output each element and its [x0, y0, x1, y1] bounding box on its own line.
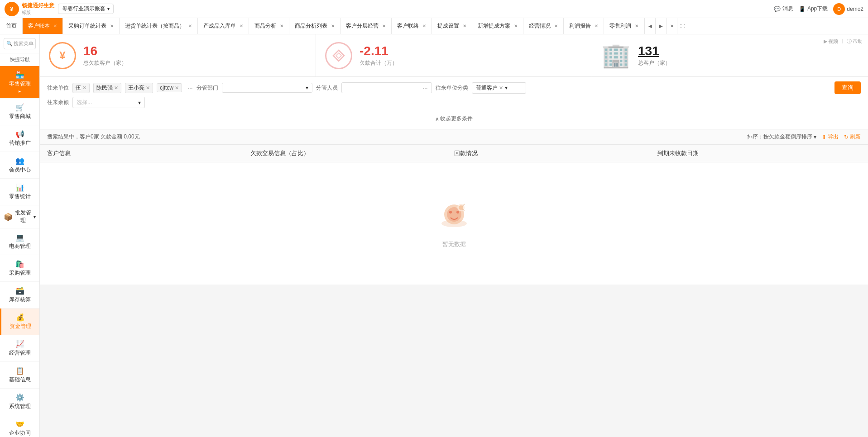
- filter-tag-wu[interactable]: 伍 ✕: [72, 83, 90, 93]
- sidebar-item-enterprise-collab[interactable]: 🤝 企业协同: [0, 415, 39, 437]
- nav-expand-icon[interactable]: ⛶: [677, 18, 688, 34]
- dept-select[interactable]: ▾: [222, 83, 312, 93]
- refresh-button[interactable]: ↻ 刷新: [844, 133, 861, 141]
- collapse-bar: ∧ 收起更多条件: [47, 111, 861, 124]
- tab-purchase-order[interactable]: 采购订单统计表 ✕: [63, 18, 120, 34]
- sidebar-quick-nav[interactable]: 快捷导航: [0, 53, 39, 66]
- close-icon[interactable]: ✕: [240, 24, 243, 28]
- filter-row-2: 往来余额 选择... ▾: [47, 97, 861, 108]
- remove-icon[interactable]: ✕: [146, 85, 150, 91]
- tab-retail-profit[interactable]: 零售利润 ✕: [604, 18, 644, 34]
- remove-icon[interactable]: ✕: [499, 85, 503, 91]
- close-icon[interactable]: ✕: [514, 24, 518, 28]
- sidebar-item-ecommerce[interactable]: 💻 电商管理: [0, 228, 39, 255]
- divider: |: [842, 38, 843, 45]
- tab-home[interactable]: 首页: [0, 18, 23, 34]
- close-icon[interactable]: ✕: [382, 24, 386, 28]
- logo-text: 畅捷通好生意: [22, 2, 54, 10]
- sidebar-item-purchase[interactable]: 🛍️ 采购管理: [0, 255, 39, 282]
- close-icon[interactable]: ✕: [331, 24, 335, 28]
- filter-tag-wang[interactable]: 王小亮 ✕: [125, 83, 153, 93]
- member-icon: 👥: [15, 157, 24, 165]
- export-button[interactable]: ⬆ 导出: [822, 133, 839, 141]
- sidebar-item-marketing[interactable]: 📢 营销推广: [0, 125, 39, 152]
- sidebar-item-inventory[interactable]: 🗃️ 库存核算: [0, 282, 39, 309]
- tab-operation[interactable]: 经营情况 ✕: [523, 18, 564, 34]
- sidebar-item-basic-info[interactable]: 📋 基础信息: [0, 362, 39, 389]
- filter-area: 往来单位 伍 ✕ 陈民强 ✕ 王小亮 ✕ cjttcw ✕ ···: [40, 77, 868, 129]
- sidebar-item-finance[interactable]: 💰 资金管理: [0, 309, 39, 335]
- message-button[interactable]: 💬 消息: [774, 5, 793, 13]
- sidebar-item-retail-mall[interactable]: 🛒 零售商城: [0, 99, 39, 125]
- close-icon[interactable]: ✕: [422, 24, 426, 28]
- user-menu[interactable]: D demo2: [833, 3, 863, 15]
- remove-icon[interactable]: ✕: [82, 85, 86, 91]
- sidebar-item-system[interactable]: ⚙️ 系统管理: [0, 389, 39, 415]
- remove-icon[interactable]: ✕: [114, 85, 118, 91]
- balance-select[interactable]: 选择... ▾: [72, 97, 145, 108]
- finance-icon: 💰: [16, 313, 25, 322]
- nav-close-all[interactable]: ✕: [666, 18, 677, 34]
- person-more[interactable]: ···: [422, 84, 428, 91]
- tag-text: 王小亮: [128, 84, 144, 92]
- nav-prev-arrow[interactable]: ◀: [644, 18, 655, 34]
- sidebar-item-label: 零售商城: [9, 113, 31, 120]
- chevron-down-icon: ▾: [34, 214, 36, 219]
- tab-stock-in[interactable]: 进货单统计表（按商品） ✕: [120, 18, 198, 34]
- tab-customer-account[interactable]: 客户账本 ✕: [23, 18, 63, 34]
- close-icon[interactable]: ✕: [110, 24, 114, 28]
- close-icon[interactable]: ✕: [53, 24, 57, 28]
- play-icon: ▶: [824, 38, 827, 44]
- close-icon[interactable]: ✕: [463, 24, 466, 28]
- tab-customer-contact[interactable]: 客户联络 ✕: [392, 18, 432, 34]
- unit-class-tag[interactable]: 普通客户 ✕: [476, 84, 503, 92]
- empty-text: 暂无数据: [442, 240, 466, 248]
- close-icon[interactable]: ✕: [554, 24, 558, 28]
- tab-product-stock[interactable]: 产成品入库单 ✕: [198, 18, 249, 34]
- video-link[interactable]: ▶ 视频: [824, 38, 838, 45]
- message-label: 消息: [782, 5, 793, 13]
- sort-select[interactable]: 排序：按欠款金额倒序排序 ▾: [747, 133, 816, 141]
- tab-product-analysis[interactable]: 商品分析 ✕: [249, 18, 289, 34]
- avatar: D: [833, 3, 845, 15]
- tab-label: 采购订单统计表: [68, 22, 106, 30]
- sidebar-item-retail-management[interactable]: 🏪 零售管理 ▸: [0, 66, 39, 99]
- sidebar-item-label: 基础信息: [9, 376, 31, 384]
- home-label: 首页: [6, 22, 17, 30]
- more-tags-button[interactable]: ···: [187, 84, 193, 91]
- close-icon[interactable]: ✕: [635, 24, 638, 28]
- filter-tag-cjttcw[interactable]: cjttcw ✕: [157, 83, 182, 92]
- remove-icon[interactable]: ✕: [175, 85, 179, 91]
- tab-commission-setting[interactable]: 提成设置 ✕: [432, 18, 472, 34]
- purchase-icon: 🛍️: [15, 260, 24, 268]
- sidebar-item-member-center[interactable]: 👥 会员中心: [0, 152, 39, 179]
- sidebar-item-wholesale[interactable]: 📦 批发管理 ▾: [0, 205, 39, 228]
- person-select[interactable]: ···: [341, 82, 432, 93]
- tab-label: 客户联络: [397, 22, 419, 30]
- building-icon: 🏢: [601, 42, 631, 69]
- tab-new-commission[interactable]: 新增提成方案 ✕: [472, 18, 523, 34]
- col-customer-info: 客户信息: [47, 149, 250, 157]
- app-download-button[interactable]: 📱 App下载: [799, 5, 828, 13]
- stat-value-arrears-customers: 16: [83, 44, 127, 58]
- filter-tag-chen[interactable]: 陈民强 ✕: [93, 83, 121, 93]
- top-bar-right: 💬 消息 📱 App下载 D demo2: [774, 3, 863, 15]
- close-icon[interactable]: ✕: [595, 24, 598, 28]
- industry-selector[interactable]: 母婴行业演示账套 ▾: [58, 4, 114, 14]
- tab-profit-report[interactable]: 利润报告 ✕: [564, 18, 604, 34]
- sidebar-item-retail-stats[interactable]: 📊 零售统计: [0, 179, 39, 205]
- search-menu-button[interactable]: 🔍 搜索菜单: [4, 38, 36, 49]
- chevron-down-icon: ▾: [505, 85, 508, 91]
- unit-class-select[interactable]: 普通客户 ✕ ▾: [472, 82, 526, 94]
- close-icon[interactable]: ✕: [280, 24, 283, 28]
- help-link[interactable]: ⓘ 帮助: [847, 38, 863, 45]
- tab-label: 新增提成方案: [478, 22, 510, 30]
- query-button[interactable]: 查询: [834, 81, 861, 94]
- sidebar-item-operations[interactable]: 📈 经营管理: [0, 335, 39, 362]
- nav-next-arrow[interactable]: ▶: [655, 18, 666, 34]
- collapse-button[interactable]: ∧ 收起更多条件: [430, 113, 478, 124]
- tab-product-analysis-list[interactable]: 商品分析列表 ✕: [289, 18, 340, 34]
- tab-customer-tier[interactable]: 客户分层经营 ✕: [340, 18, 392, 34]
- unit-label: 往来单位: [47, 84, 69, 92]
- close-icon[interactable]: ✕: [188, 24, 192, 28]
